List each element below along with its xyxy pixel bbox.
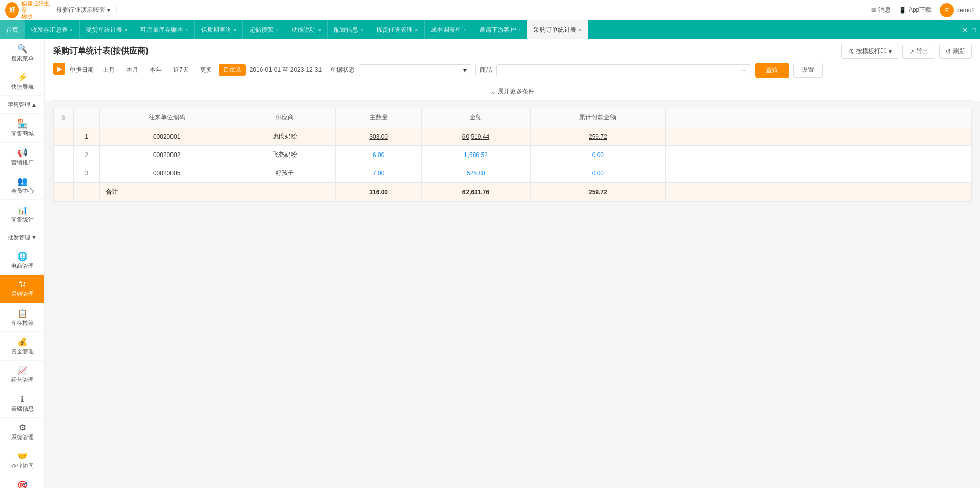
megaphone-icon: 📢 [17, 148, 28, 158]
tab-picking-task[interactable]: 拣货任务管理 × [370, 20, 425, 39]
close-tab-cost-adjust[interactable]: × [463, 27, 467, 33]
td-partner-code-1: 00020001 [100, 127, 234, 146]
main-content: 采购订单统计表(按供应商) 🖨 按模板打印 ▾ ↗ 导出 ↺ 刷新 [45, 39, 980, 488]
target-icon: 🎯 [17, 480, 28, 488]
refresh-btn[interactable]: ↺ 刷新 [939, 44, 972, 59]
tab-purchase-summary[interactable]: 要货单统计表 × [80, 20, 134, 39]
sidebar-item-system[interactable]: ⚙ 系统管理 [0, 418, 44, 446]
logo-icon: 好 [5, 2, 19, 18]
query-btn[interactable]: 查询 [755, 63, 789, 78]
sidebar-item-basic-info[interactable]: ℹ 基础信息 [0, 389, 44, 418]
sidebar-item-retail-stats[interactable]: 📊 零售统计 [0, 200, 44, 228]
shortcut-this-year[interactable]: 本年 [145, 64, 166, 76]
shortcut-more[interactable]: 更多 [195, 64, 217, 76]
shortcut-last-month[interactable]: 上月 [98, 64, 119, 76]
sidebar-item-ecommerce[interactable]: 🌐 电商管理 [0, 246, 44, 275]
status-dropdown-icon: ▾ [463, 67, 467, 74]
sidebar-item-retail[interactable]: 零售管理 ▲ [0, 96, 44, 114]
close-tab-config-info[interactable]: × [360, 27, 363, 33]
expand-more-btn[interactable]: ⌄ 展开更多条件 [484, 86, 541, 97]
td-quantity-3[interactable]: 7.00 [336, 164, 422, 183]
tfoot-label: 合计 [100, 183, 336, 202]
workspace-selector[interactable]: 母婴行业演示账套 ▾ [50, 6, 117, 14]
td-supplier-3: 好孩子 [234, 164, 336, 183]
sidebar-item-wholesale[interactable]: 批发管理 ▼ [0, 228, 44, 246]
sidebar-item-operations[interactable]: 📈 经营管理 [0, 361, 44, 389]
td-paid-amount-2[interactable]: 0.00 [530, 146, 665, 164]
shopping-icon: 🛍 [18, 280, 27, 289]
sidebar-item-marketing[interactable]: 📢 营销推广 [0, 143, 44, 171]
tfoot-quantity: 316.00 [336, 183, 422, 202]
close-tab-invite-downstream[interactable]: × [518, 27, 521, 33]
td-amount-3[interactable]: 525.80 [422, 164, 531, 183]
search-icon: 🔍 [17, 44, 28, 54]
close-tab-expiry-query[interactable]: × [234, 27, 237, 33]
sidebar-item-enterprise[interactable]: 🤝 企业协同 [0, 446, 44, 475]
app-download-btn[interactable]: 📱 App下载 [899, 6, 932, 14]
td-empty-3 [666, 164, 972, 183]
tab-function-desc[interactable]: 功能说明 × [285, 20, 328, 39]
close-tab-purchase-order-summary[interactable]: × [578, 27, 581, 33]
th-index [74, 108, 100, 127]
close-tab-function-desc[interactable]: × [318, 27, 321, 33]
close-window-btn[interactable]: ✕ [962, 26, 968, 34]
close-tab-collect-summary[interactable]: × [70, 27, 73, 33]
close-tab-picking-task[interactable]: × [415, 27, 418, 33]
tab-expiry-query[interactable]: 保质期查询 × [195, 20, 243, 39]
tab-purchase-order-summary[interactable]: 采购订单统计表 × [527, 20, 588, 39]
close-tab-overstock-warning[interactable]: × [276, 27, 279, 33]
td-partner-code-3: 00020005 [100, 164, 234, 183]
th-amount: 金额 [422, 108, 531, 127]
tfoot-empty [666, 183, 972, 202]
top-right-actions: ✉ 消息 📱 App下载 E demo2 [871, 3, 975, 17]
data-table: ⚙ 往来单位编码 供应商 主数量 金额 累计付款金额 1 [53, 108, 972, 202]
td-paid-amount-3[interactable]: 0.00 [530, 164, 665, 183]
close-tab-purchase-summary[interactable]: × [125, 27, 128, 33]
filter-toggle-btn[interactable]: ▶ [53, 63, 65, 75]
td-quantity-1[interactable]: 303.00 [336, 127, 422, 146]
status-select[interactable]: ▾ [359, 64, 471, 76]
td-quantity-2[interactable]: 6.00 [336, 146, 422, 164]
tab-collect-summary[interactable]: 收发存汇总表 × [25, 20, 80, 39]
sidebar-item-search[interactable]: 🔍 搜索菜单 [0, 39, 44, 67]
custom-date-tag[interactable]: 自定义 [219, 64, 246, 76]
handshake-icon: 🤝 [17, 451, 28, 461]
sidebar-item-capital[interactable]: 💰 资金管理 [0, 332, 44, 361]
trending-icon: 📈 [17, 366, 28, 375]
tab-config-info[interactable]: 配置信息 × [328, 20, 370, 39]
shortcut-7days[interactable]: 近7天 [168, 64, 193, 76]
settings-btn[interactable]: 设置 [793, 63, 823, 78]
shortcut-this-month[interactable]: 本月 [121, 64, 143, 76]
td-amount-2[interactable]: 1,586.52 [422, 146, 531, 164]
filter-divider-1 [326, 65, 326, 75]
sidebar-item-quicknav[interactable]: ⚡ 快捷导航 [0, 67, 44, 96]
tfoot-settings [54, 183, 74, 202]
tab-available-inventory[interactable]: 可用量库存账本 × [134, 20, 195, 39]
template-print-btn[interactable]: 🖨 按模板打印 ▾ [841, 44, 898, 59]
date-shortcuts: 上月 本月 本年 近7天 更多 自定义 [98, 64, 246, 76]
sidebar-item-retail-mall[interactable]: 🏪 零售商城 [0, 114, 44, 142]
goods-input[interactable]: ··· [496, 64, 751, 76]
td-amount-1[interactable]: 60,519.44 [422, 127, 531, 146]
column-settings-icon[interactable]: ⚙ [61, 114, 66, 121]
message-btn[interactable]: ✉ 消息 [871, 6, 891, 14]
sidebar-item-member[interactable]: 👥 会员中心 [0, 171, 44, 200]
close-tab-available-inventory[interactable]: × [185, 27, 188, 33]
table-footer-row: 合计 316.00 62,631.76 259.72 [54, 183, 972, 202]
gear-icon: ⚙ [19, 423, 26, 432]
chevron-up-icon: ▲ [31, 101, 37, 108]
page-header: 采购订单统计表(按供应商) 🖨 按模板打印 ▾ ↗ 导出 ↺ 刷新 [45, 39, 980, 101]
tab-overstock-warning[interactable]: 超储预警 × [243, 20, 285, 39]
td-paid-amount-1[interactable]: 259.72 [530, 127, 665, 146]
user-profile[interactable]: E demo2 [940, 3, 975, 17]
sidebar-item-newbie[interactable]: 🎯 新手引导 [0, 475, 44, 488]
tab-home[interactable]: 首页 [0, 20, 25, 39]
export-btn[interactable]: ↗ 导出 [902, 44, 935, 59]
sidebar-item-purchase[interactable]: 🛍 采购管理 [0, 275, 44, 303]
goods-more-icon: ··· [742, 67, 747, 74]
sidebar: 🔍 搜索菜单 ⚡ 快捷导航 零售管理 ▲ 🏪 零售商城 📢 营销推广 👥 会员中… [0, 39, 45, 488]
tab-invite-downstream[interactable]: 邀请下游客户 × [473, 20, 528, 39]
sidebar-item-inventory[interactable]: 📋 库存核算 [0, 303, 44, 332]
tab-cost-adjust[interactable]: 成本调整单 × [425, 20, 473, 39]
restore-window-btn[interactable]: □ [972, 26, 976, 34]
